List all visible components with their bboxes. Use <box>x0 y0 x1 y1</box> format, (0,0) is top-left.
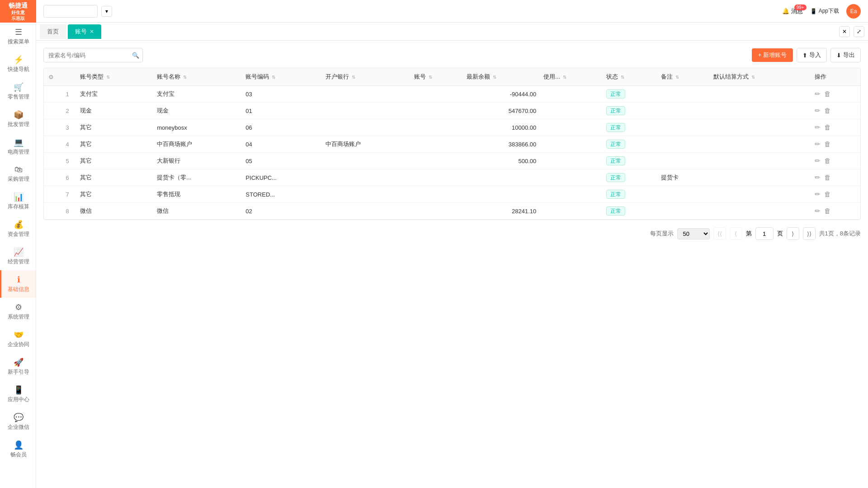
row-remark-6 <box>657 186 710 203</box>
wholesale-icon: 📦 <box>14 110 24 120</box>
search-input[interactable] <box>43 48 143 62</box>
row-account-1 <box>410 103 463 119</box>
col-balance[interactable]: 最新余额 ⇅ <box>463 68 540 86</box>
col-num <box>58 68 76 86</box>
sidebar-item-quick-nav[interactable]: ⚡ 快捷导航 <box>0 50 36 78</box>
page-first-btn[interactable]: ⟨⟨ <box>713 227 726 240</box>
col-status[interactable]: 状态 ⇅ <box>603 68 657 86</box>
col-type[interactable]: 账号类型 ⇅ <box>76 68 153 86</box>
col-usage[interactable]: 使用... ⇅ <box>540 68 603 86</box>
export-btn[interactable]: ⬇ 导出 <box>830 48 861 62</box>
row-action-2: ✏ 🗑 <box>811 119 860 136</box>
row-action-6: ✏ 🗑 <box>811 186 860 203</box>
page-last-btn[interactable]: ⟩⟩ <box>803 227 816 240</box>
delete-icon-7[interactable]: 🗑 <box>824 207 831 215</box>
edit-icon-1[interactable]: ✏ <box>815 107 821 115</box>
sidebar-item-inventory[interactable]: 📊 库存核算 <box>0 188 36 215</box>
row-num-4: 5 <box>58 153 76 169</box>
row-balance-3: 383866.00 <box>463 136 540 153</box>
sidebar-label-wechat: 企业微信 <box>8 423 29 431</box>
search-icon[interactable]: 🔍 <box>132 52 139 59</box>
row-usage-7 <box>540 203 603 220</box>
col-code[interactable]: 账号编码 ⇅ <box>242 68 322 86</box>
sidebar-label-inventory: 库存核算 <box>8 203 29 211</box>
sidebar-item-member[interactable]: 👤 畅会员 <box>0 436 36 463</box>
notification-area[interactable]: 🔔 消息 99+ <box>782 7 803 15</box>
new-account-btn[interactable]: + 新增账号 <box>752 48 793 62</box>
row-settlement-2 <box>710 119 811 136</box>
delete-icon-0[interactable]: 🗑 <box>824 90 831 98</box>
sidebar-item-guide[interactable]: 🚀 新手引导 <box>0 353 36 380</box>
edit-icon-3[interactable]: ✏ <box>815 140 821 148</box>
sidebar-item-finance[interactable]: 💰 资金管理 <box>0 215 36 243</box>
row-action-1: ✏ 🗑 <box>811 103 860 119</box>
sidebar-item-enterprise[interactable]: 🤝 企业协同 <box>0 325 36 353</box>
table-row: 1 支付宝 支付宝 03 -90444.00 正常 ✏ 🗑 <box>44 86 860 103</box>
tab-home[interactable]: 首页 <box>40 24 66 39</box>
row-balance-2: 10000.00 <box>463 119 540 136</box>
sidebar-item-basic-info[interactable]: ℹ 基础信息 <box>0 270 36 298</box>
settings-gear-icon[interactable]: ⚙ <box>48 74 54 80</box>
delete-icon-5[interactable]: 🗑 <box>824 174 831 182</box>
delete-icon-4[interactable]: 🗑 <box>824 157 831 165</box>
header-dropdown-btn[interactable]: ▾ <box>101 6 112 17</box>
wechat-icon: 💬 <box>14 413 24 422</box>
top-header: ▾ 🔔 消息 99+ 📱 App下载 Ea <box>36 0 868 23</box>
app-download-area[interactable]: 📱 App下载 <box>810 7 839 15</box>
delete-icon-2[interactable]: 🗑 <box>824 123 831 131</box>
delete-icon-6[interactable]: 🗑 <box>824 190 831 198</box>
row-status-7: 正常 <box>603 203 657 220</box>
col-name[interactable]: 账号名称 ⇅ <box>153 68 242 86</box>
edit-icon-0[interactable]: ✏ <box>815 90 821 98</box>
col-bank[interactable]: 开户银行 ⇅ <box>322 68 410 86</box>
sidebar-item-app-center[interactable]: 📱 应用中心 <box>0 380 36 408</box>
sidebar-item-system[interactable]: ⚙ 系统管理 <box>0 298 36 325</box>
row-name-5: 提货卡（零... <box>153 169 242 186</box>
tab-account-label: 账号 <box>75 28 87 36</box>
row-settlement-5 <box>710 169 811 186</box>
sidebar-item-operation[interactable]: 📈 经营管理 <box>0 243 36 270</box>
edit-icon-2[interactable]: ✏ <box>815 123 821 131</box>
page-input[interactable] <box>755 227 774 240</box>
row-action-7: ✏ 🗑 <box>811 203 860 220</box>
col-account[interactable]: 账号 ⇅ <box>410 68 463 86</box>
tab-close-all-btn[interactable]: ✕ <box>839 26 850 37</box>
page-size-label: 每页显示 <box>650 230 674 238</box>
col-balance-label: 最新余额 <box>467 73 490 80</box>
col-settings[interactable]: ⚙ <box>44 68 58 86</box>
ecommerce-icon: 💻 <box>14 137 24 147</box>
top-search-input[interactable] <box>43 5 98 18</box>
row-code-4: 05 <box>242 153 322 169</box>
edit-icon-6[interactable]: ✏ <box>815 190 821 198</box>
sidebar-item-purchase[interactable]: 🛍 采购管理 <box>0 160 36 188</box>
sidebar-label-finance: 资金管理 <box>8 230 29 238</box>
edit-icon-4[interactable]: ✏ <box>815 157 821 165</box>
edit-icon-7[interactable]: ✏ <box>815 207 821 215</box>
delete-icon-3[interactable]: 🗑 <box>824 140 831 148</box>
sidebar-item-wechat[interactable]: 💬 企业微信 <box>0 408 36 436</box>
col-remark[interactable]: 备注 ⇅ <box>657 68 710 86</box>
avatar[interactable]: Ea <box>846 4 861 19</box>
col-type-label: 账号类型 <box>80 73 104 80</box>
tab-account-close[interactable]: ✕ <box>90 28 94 35</box>
row-settings-5 <box>44 169 58 186</box>
edit-icon-5[interactable]: ✏ <box>815 174 821 182</box>
col-settlement[interactable]: 默认结算方式 ⇅ <box>710 68 811 86</box>
page-prev-btn[interactable]: ⟨ <box>730 227 742 240</box>
delete-icon-1[interactable]: 🗑 <box>824 107 831 115</box>
import-btn[interactable]: ⬆ 导入 <box>797 48 827 62</box>
row-code-1: 01 <box>242 103 322 119</box>
row-account-2 <box>410 119 463 136</box>
sidebar-item-ecommerce[interactable]: 💻 电商管理 <box>0 133 36 160</box>
page-size-select[interactable]: 50 100 200 <box>677 228 710 239</box>
sidebar-label-purchase: 采购管理 <box>8 175 29 183</box>
col-action: 操作 <box>811 68 860 86</box>
tab-expand-btn[interactable]: ⤢ <box>854 26 864 37</box>
page-next-btn[interactable]: ⟩ <box>787 227 799 240</box>
import-icon: ⬆ <box>802 52 807 59</box>
row-settings-6 <box>44 186 58 203</box>
sidebar-item-retail[interactable]: 🛒 零售管理 <box>0 78 36 105</box>
sidebar-item-wholesale[interactable]: 📦 批发管理 <box>0 105 36 133</box>
sidebar-item-search-menu[interactable]: ☰ 搜索菜单 <box>0 23 36 50</box>
tab-account[interactable]: 账号 ✕ <box>68 24 101 39</box>
